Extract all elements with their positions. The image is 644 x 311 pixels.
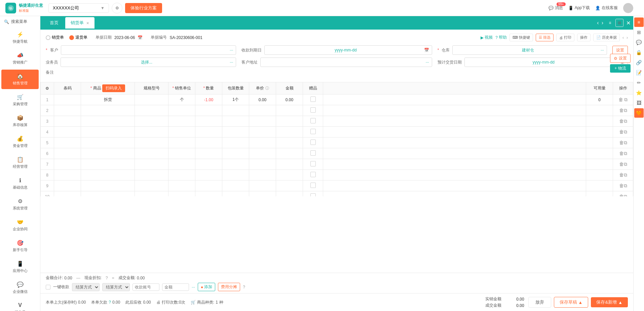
cell-spec-1[interactable]: [135, 94, 168, 105]
delete-row-10-button[interactable]: 🗑: [619, 194, 624, 196]
trial-button[interactable]: 体验行业方案: [125, 3, 162, 13]
delete-row-9-button[interactable]: 🗑: [619, 183, 624, 188]
right-sidebar-orange-button[interactable]: 🧡: [634, 108, 644, 118]
delete-row-5-button[interactable]: 🗑: [619, 140, 624, 145]
delete-row-6-button[interactable]: 🗑: [619, 151, 624, 156]
dots-payment-icon[interactable]: ···: [192, 285, 195, 289]
tab-next-button[interactable]: ›: [602, 20, 603, 26]
right-sidebar-edit-button[interactable]: ✏: [634, 78, 644, 87]
expense-split-button[interactable]: 费用分摊: [218, 283, 240, 291]
operate-button[interactable]: 操作: [577, 34, 591, 41]
cell-barcode-1[interactable]: [54, 94, 81, 105]
copy-row-2-button[interactable]: ⧉: [624, 108, 627, 113]
close-tab-button[interactable]: ✕: [626, 20, 631, 26]
customer-dots-icon[interactable]: ···: [230, 48, 233, 52]
flow-button[interactable]: + 物流: [610, 64, 631, 73]
right-sidebar-list-button[interactable]: ≡: [634, 17, 644, 27]
copy-row-10-button[interactable]: ⧉: [624, 194, 627, 196]
sidebar-item-guide[interactable]: 🎯 新手引导: [1, 236, 39, 256]
delete-row-2-button[interactable]: 🗑: [619, 108, 624, 113]
right-sidebar-link-button[interactable]: 🔗: [634, 58, 644, 67]
right-sidebar-image-button[interactable]: 🖼: [634, 98, 644, 108]
right-sidebar-lock-button[interactable]: 🔒: [634, 48, 644, 57]
add-expense-button[interactable]: ● 添加: [198, 283, 215, 291]
warehouse-input[interactable]: 建材仓 ···: [452, 45, 607, 55]
salesperson-dots-icon[interactable]: ···: [230, 60, 233, 65]
salesperson-input[interactable]: 选择... ···: [61, 57, 236, 67]
shortcut-button[interactable]: ⌨ 快捷键: [509, 34, 533, 41]
copy-row-4-button[interactable]: ⧉: [624, 129, 627, 134]
radio-return-order[interactable]: 退货单: [69, 35, 87, 40]
tab-home[interactable]: 首页: [43, 17, 65, 29]
view-grid-button[interactable]: ⊞: [615, 19, 623, 27]
right-sidebar-star-button[interactable]: ⭐: [634, 88, 644, 98]
right-sidebar-doc-button[interactable]: 📝: [634, 68, 644, 77]
delete-row-3-button[interactable]: 🗑: [619, 118, 624, 124]
delete-row-4-button[interactable]: 🗑: [619, 129, 624, 134]
sidebar-item-finance[interactable]: 💰 资金管理: [1, 132, 39, 152]
warehouse-dots-icon[interactable]: ···: [601, 48, 604, 52]
sidebar-item-quick-nav[interactable]: ⚡ 快捷导航: [1, 28, 39, 47]
sidebar-item-sales[interactable]: 🏠 销售管理: [1, 70, 39, 89]
app-download-button[interactable]: 📱 App下载: [568, 5, 590, 11]
one-click-pay-checkbox[interactable]: [46, 285, 50, 289]
sidebar-item-search-menu[interactable]: 🔍 搜索菜单: [0, 16, 40, 27]
avatar[interactable]: [623, 3, 633, 13]
discount-help-icon[interactable]: ?: [106, 276, 108, 280]
help-link[interactable]: ? 帮助: [495, 35, 507, 40]
scan-button[interactable]: 扫码录入: [102, 84, 125, 92]
addr-dots-icon[interactable]: ···: [426, 60, 429, 65]
right-sidebar-grid-button[interactable]: ⊞: [634, 28, 644, 37]
payment-method-type-select[interactable]: 结算方式: [102, 283, 130, 291]
tab-sales-order[interactable]: 销货单 ×: [65, 17, 94, 29]
sidebar-item-operations[interactable]: 📋 经营管理: [1, 153, 39, 172]
view-list-button[interactable]: ≡: [606, 19, 614, 27]
date-calendar-icon[interactable]: 📅: [138, 35, 143, 40]
sidebar-item-marketing[interactable]: 📣 营销推广: [1, 49, 39, 68]
copy-row-1-button[interactable]: ⧉: [624, 97, 628, 102]
sidebar-item-system[interactable]: ⚙ 系统管理: [1, 195, 39, 214]
sidebar-item-wechat[interactable]: 💬 企业微信: [1, 278, 39, 298]
delete-row-8-button[interactable]: 🗑: [619, 172, 624, 178]
payment-amount-input[interactable]: [162, 283, 189, 291]
arrears-help-icon[interactable]: ?: [109, 300, 111, 305]
company-selector[interactable]: XXXXXX公司 ▼: [48, 3, 109, 13]
cell-gift-1[interactable]: [303, 94, 323, 105]
next-record-icon[interactable]: ›: [627, 35, 628, 40]
delete-row-1-button[interactable]: 🗑: [618, 97, 623, 102]
video-link[interactable]: ▶ 视频: [481, 35, 493, 40]
table-scroll[interactable]: ⚙ 条码 * 商品 扫码录入 规格型号 * 销售单位 * 数量: [40, 82, 633, 196]
sidebar-item-member[interactable]: V 畅会员: [1, 299, 39, 311]
tab-prev-button[interactable]: ‹: [597, 20, 599, 26]
discard-button[interactable]: 放弃: [528, 297, 551, 308]
customer-input[interactable]: ···: [61, 45, 236, 55]
history-button[interactable]: 📄 历史单据: [593, 34, 620, 41]
copy-row-8-button[interactable]: ⧉: [624, 172, 627, 178]
cell-price-1[interactable]: 0.00: [249, 94, 276, 105]
print-button[interactable]: 🖨 打印: [556, 34, 574, 41]
copy-row-9-button[interactable]: ⧉: [624, 183, 627, 188]
settings-float-button[interactable]: ⚙ 设置: [610, 54, 631, 63]
copy-row-7-button[interactable]: ⧉: [624, 161, 627, 167]
settings-button[interactable]: 设置: [612, 46, 628, 55]
payment-account-input[interactable]: [132, 283, 159, 291]
expected-date-input[interactable]: yyyy-mm-dd 📅: [464, 57, 628, 67]
sidebar-item-enterprise[interactable]: 🤝 企业协同: [1, 216, 39, 235]
sidebar-item-app-center[interactable]: 📱 应用中心: [1, 257, 39, 277]
due-date-calendar-icon[interactable]: 📅: [424, 48, 429, 52]
radio-sales-order[interactable]: 销货单: [46, 35, 64, 40]
sidebar-item-basic-info[interactable]: ℹ 基础信息: [1, 174, 39, 193]
customer-addr-input[interactable]: ···: [260, 57, 432, 67]
save-draft-button[interactable]: 保存草稿 ▲: [554, 297, 589, 308]
cell-qty-1[interactable]: -1.00: [195, 94, 222, 105]
due-date-input[interactable]: yyyy-mm-dd 📅: [264, 45, 432, 55]
sidebar-item-inventory[interactable]: 📦 库存核算: [1, 111, 39, 131]
copy-row-5-button[interactable]: ⧉: [624, 140, 627, 145]
th-config[interactable]: ⚙: [41, 82, 54, 94]
expense-help-icon[interactable]: ?: [243, 285, 245, 289]
copy-row-3-button[interactable]: ⧉: [624, 118, 627, 124]
right-sidebar-message-button[interactable]: 💬: [634, 38, 644, 47]
payment-method-select[interactable]: 结算方式: [72, 283, 100, 291]
tab-close-icon[interactable]: ×: [86, 21, 89, 26]
copy-row-6-button[interactable]: ⧉: [624, 151, 627, 156]
